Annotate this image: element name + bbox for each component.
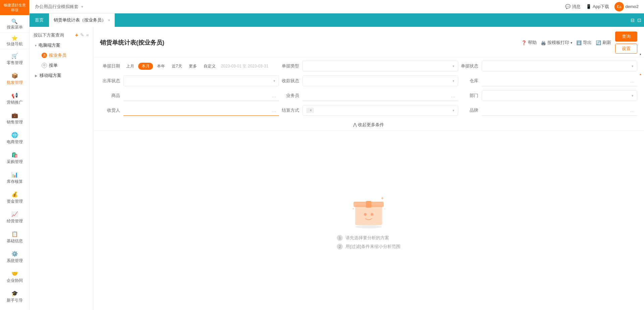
settlement-tag-remove[interactable]: × (310, 108, 312, 113)
refresh-icon: 🔄 (596, 40, 601, 45)
sidebar: 畅捷通好生意 标版 🔍 搜索菜单 ⭐ 快捷导航 🛒 零售管理 ▾ 📦 批发管理 … (0, 0, 30, 310)
empty-hints: 1 请先选择要分析的方案 2 用[过滤]条件来缩小分析范围 (337, 235, 400, 250)
filter-department-cell: 部门 ▾ (458, 90, 637, 101)
sidebar-item-wholesale[interactable]: 📦 批发管理 ▴ (0, 69, 29, 89)
right-panel: 销货单统计表(按业务员) ❓ 帮助 🖨️ 按模板打印 ▾ ⬇️ 导出 (93, 27, 644, 310)
payment-select-arrow: ▾ (452, 79, 454, 83)
filter-salesperson-cell: 业务员 … (279, 90, 458, 101)
query-button[interactable]: 查询 (615, 32, 637, 42)
tab-maximize-button[interactable]: ⊡ (637, 17, 641, 23)
status-select[interactable]: ▾ (482, 61, 637, 71)
filter-brand-cell: 品牌 … (458, 105, 637, 116)
settlement-select-arrow: ▾ (452, 108, 454, 113)
type-select-arrow: ▾ (452, 64, 454, 68)
date-tab-last-7-days[interactable]: 近7天 (169, 63, 185, 70)
salesperson-dots[interactable]: … (451, 93, 455, 98)
brand-label: 品牌 (458, 107, 482, 113)
goods-dots[interactable]: … (272, 93, 276, 98)
sidebar-item-onboarding[interactable]: 🎓 新手引导 (0, 287, 29, 307)
payment-select[interactable]: ▾ (303, 75, 458, 86)
sidebar-item-app-center[interactable]: 📱 应用中心 (0, 307, 29, 310)
sidebar-quick-nav[interactable]: ⭐ 快捷导航 (0, 33, 29, 49)
left-panel: 按以下方案查询 + ✎ « ▾ 电脑端方案 员 按业务员 单 按单 (30, 27, 93, 310)
print-icon: 🖨️ (541, 40, 546, 45)
filter-payment-cell: 收款状态 ▾ (279, 75, 458, 86)
salesperson-input[interactable]: … (303, 90, 458, 101)
empty-hint-2: 2 用[过滤]条件来缩小分析范围 (337, 244, 400, 250)
content-area: 按以下方案查询 + ✎ « ▾ 电脑端方案 员 按业务员 单 按单 (30, 27, 644, 310)
filter-warehouse-cell: 仓库 … (458, 75, 637, 86)
hint-number-1: 1 (337, 235, 343, 241)
sidebar-item-ecommerce[interactable]: 🌐 电商管理 (0, 128, 29, 148)
department-select[interactable]: ▾ (482, 90, 637, 101)
department-select-arrow: ▾ (632, 94, 634, 98)
print-button[interactable]: 🖨️ 按模板打印 ▾ (541, 40, 572, 46)
brand-input[interactable]: … (482, 105, 637, 116)
sidebar-item-marketing[interactable]: 📢 营销推广 (0, 89, 29, 109)
tab-active[interactable]: 销货单统计表（按业务员） × (49, 13, 115, 27)
tree-item-mobile[interactable]: ▶ 移动端方案 (30, 70, 93, 81)
goods-input[interactable]: … (123, 90, 279, 101)
tree-item-desktop[interactable]: ▾ 电脑端方案 (30, 40, 93, 50)
help-button[interactable]: ❓ 帮助 (521, 40, 537, 46)
recipient-dots[interactable]: … (272, 108, 276, 113)
sidebar-item-corp-collab[interactable]: 🤝 企业协同 (0, 267, 29, 287)
collapse-arrow-icon: ⋀ (353, 122, 358, 127)
sidebar-item-retail[interactable]: 🛒 零售管理 ▾ (0, 49, 29, 69)
date-tab-more[interactable]: 更多 (186, 63, 200, 70)
sidebar-item-finance[interactable]: 💰 资金管理 (0, 188, 29, 208)
add-scheme-icon[interactable]: + (75, 32, 78, 38)
filter-row-3: 商品 … 业务员 … 部门 (93, 88, 644, 103)
sidebar-item-operations[interactable]: 📈 经营管理 (0, 208, 29, 227)
download-icon: 📱 (586, 4, 591, 9)
warehouse-dots[interactable]: … (630, 78, 635, 84)
date-tab-last-month[interactable]: 上月 (123, 63, 137, 70)
tab-home[interactable]: 首页 (30, 13, 49, 27)
topbar-dropdown-arrow[interactable]: ▾ (81, 4, 83, 9)
filter-settlement-cell: 结算方式 × ▾ (279, 105, 458, 116)
topbar-app-download[interactable]: 📱 App下载 (586, 4, 609, 10)
topbar: 办公用品行业模拟账套 ▾ 💬 消息 📱 App下载 Ea demo2 (30, 0, 644, 13)
svg-point-3 (355, 225, 382, 228)
collapse-panel-icon[interactable]: « (86, 32, 89, 38)
scheme-icon-outline: 单 (42, 63, 47, 68)
setting-button[interactable]: 设置 (615, 44, 637, 54)
topbar-message[interactable]: 💬 消息 (565, 4, 581, 10)
topbar-left: 办公用品行业模拟账套 ▾ (35, 4, 83, 10)
collapse-filter-bar[interactable]: ⋀ 收起更多条件 (93, 119, 644, 131)
tab-minimize-button[interactable]: ⊟ (631, 17, 635, 23)
date-tab-this-year[interactable]: 本年 (154, 63, 168, 70)
type-select[interactable]: ▾ (303, 61, 458, 71)
sidebar-item-inventory[interactable]: 📊 库存核算 (0, 168, 29, 188)
brand-dots[interactable]: … (630, 108, 635, 113)
tree-item-by-order[interactable]: 单 按单 (30, 60, 93, 70)
recipient-input[interactable]: … (123, 105, 279, 116)
sidebar-search-menu[interactable]: 🔍 搜索菜单 (0, 15, 29, 33)
sidebar-item-sales[interactable]: 💼 销售管理 (0, 109, 29, 128)
tab-close-button[interactable]: × (108, 18, 110, 22)
empty-state: ✦ ✦ ✦ 1 请先选择要分析的方案 2 (93, 131, 644, 310)
edit-scheme-icon[interactable]: ✎ (80, 32, 84, 38)
out-status-select[interactable]: ▾ (123, 75, 279, 86)
payment-label: 收款状态 (279, 78, 303, 84)
refresh-button[interactable]: 🔄 刷新 (596, 40, 611, 46)
sidebar-logo-text: 畅捷通好生意 标版 (2, 3, 27, 12)
export-button[interactable]: ⬇️ 导出 (576, 40, 592, 46)
left-panel-header: 按以下方案查询 + ✎ « (30, 30, 93, 40)
sidebar-item-purchase[interactable]: 🛍️ 采购管理 (0, 148, 29, 168)
settlement-select[interactable]: × ▾ (303, 105, 458, 116)
date-tab-custom[interactable]: 自定义 (201, 63, 218, 70)
topbar-user[interactable]: Ea demo2 (614, 2, 639, 11)
sidebar-logo[interactable]: 畅捷通好生意 标版 (0, 0, 29, 15)
salesperson-label: 业务员 (279, 93, 303, 99)
sidebar-item-basic-info[interactable]: 📋 基础信息 (0, 227, 29, 247)
topbar-app-title: 办公用品行业模拟账套 (35, 4, 78, 10)
sidebar-item-system[interactable]: ⚙️ 系统管理 (0, 247, 29, 267)
out-status-label: 出库状态 (100, 78, 123, 84)
filter-status-cell: 单据状态 ▾ (458, 61, 637, 71)
date-filter-controls: 上月 本月 本年 近7天 更多 自定义 2023-03-01 至 2023-03… (123, 63, 279, 70)
tree-collapsed-arrow: ▶ (35, 74, 38, 78)
warehouse-input[interactable]: … (482, 75, 637, 86)
tree-item-by-salesperson[interactable]: 员 按业务员 (30, 50, 93, 60)
date-tab-this-month[interactable]: 本月 (138, 63, 153, 70)
